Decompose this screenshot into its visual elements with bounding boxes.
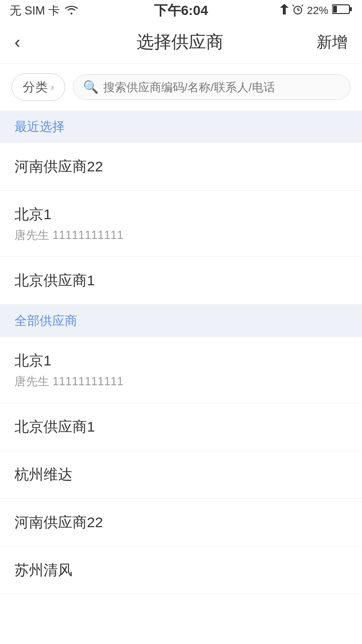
list-item[interactable]: 北京1唐先生 11111111111 (0, 191, 362, 257)
list-item[interactable]: 河南供应商22 (0, 499, 362, 546)
section-header-all: 全部供应商 (0, 305, 362, 337)
nav-bar: ‹ 选择供应商 新增 (0, 21, 362, 64)
supplier-name: 北京供应商1 (14, 270, 348, 291)
filter-bar: 分类 › 🔍 (0, 64, 362, 111)
add-button[interactable]: 新增 (317, 32, 348, 53)
category-filter-button[interactable]: 分类 › (12, 73, 65, 101)
supplier-contact: 唐先生 11111111111 (14, 374, 348, 389)
supplier-name: 北京1 (14, 350, 348, 371)
supplier-name: 河南供应商22 (14, 156, 348, 177)
carrier-label: 无 SIM 卡 (10, 3, 60, 18)
list-item[interactable]: 河南供应商22 (0, 143, 362, 191)
supplier-name: 苏州清风 (14, 560, 348, 580)
list-item[interactable]: 杭州维达 (0, 451, 362, 499)
search-box[interactable]: 🔍 (73, 74, 350, 100)
list-item[interactable]: 北京1唐先生 11111111111 (0, 337, 362, 403)
search-input[interactable] (103, 81, 340, 94)
supplier-name: 河南供应商22 (14, 512, 348, 532)
supplier-name: 杭州维达 (14, 464, 348, 485)
svg-rect-4 (349, 7, 352, 11)
page-title: 选择供应商 (137, 30, 223, 54)
section-header-recent: 最近选择 (0, 111, 362, 143)
sections-container: 最近选择河南供应商22北京1唐先生 11111111111北京供应商1全部供应商… (0, 111, 362, 594)
status-time: 下午6:04 (154, 1, 208, 20)
status-right: 22% (280, 4, 352, 17)
list-item[interactable]: 北京供应商1 (0, 257, 362, 305)
battery-icon (332, 4, 352, 17)
list-item[interactable]: 苏州清风 (0, 546, 362, 594)
alarm-icon (292, 4, 303, 17)
battery-label: 22% (307, 4, 328, 17)
svg-rect-5 (333, 6, 337, 13)
category-label: 分类 (23, 79, 48, 96)
supplier-name: 北京1 (14, 204, 348, 224)
wifi-icon (65, 4, 78, 17)
status-left: 无 SIM 卡 (10, 3, 78, 18)
supplier-contact: 唐先生 11111111111 (14, 227, 348, 243)
supplier-name: 北京供应商1 (14, 417, 348, 437)
back-button[interactable]: ‹ (14, 32, 43, 53)
location-icon (280, 4, 289, 17)
list-item[interactable]: 北京供应商1 (0, 403, 362, 451)
status-bar: 无 SIM 卡 下午6:04 22% (0, 0, 362, 21)
search-icon: 🔍 (83, 80, 98, 95)
chevron-right-icon: › (51, 82, 54, 93)
